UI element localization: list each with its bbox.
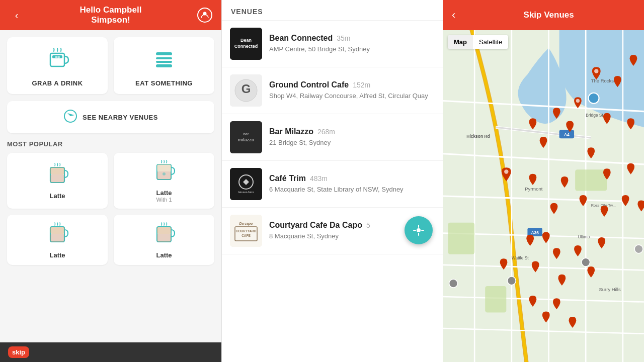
popular-latte-2-sub: With 1 (156, 197, 172, 203)
skip-logo: skip (8, 346, 29, 358)
venues-header: VENUES (222, 0, 443, 21)
venue-dist-bean: 35m (337, 34, 350, 42)
popular-latte-3-name: Latte (49, 251, 65, 259)
svg-text:The Rocks: The Rocks (591, 78, 614, 83)
venue-thumb-ground: G (230, 74, 262, 107)
venue-name-bean: Bean Connected (269, 34, 333, 43)
cup-icon: skip (44, 46, 70, 74)
most-popular-title: MOST POPULAR (7, 140, 214, 148)
skip-logo-text: skip (12, 348, 25, 356)
venue-bean-connected[interactable]: Bean Connected Bean Connected 35m AMP Ce… (222, 21, 443, 67)
svg-text:skip: skip (55, 55, 60, 58)
svg-text:bar: bar (244, 132, 249, 136)
greeting-title: Hello Campbell Simpson! (24, 5, 197, 25)
venue-thumb-capo: Da capo COURTYARD CAFE (230, 215, 262, 247)
svg-point-61 (582, 258, 590, 266)
venue-addr-bean: AMP Centre, 50 Bridge St, Sydney (269, 45, 435, 54)
venue-dist-ground: 152m (353, 81, 370, 89)
popular-latte-2[interactable]: Latte With 1 (114, 153, 214, 209)
left-panel: ‹ Hello Campbell Simpson! (0, 0, 221, 362)
map-header: ‹ Skip Venues (443, 0, 644, 30)
venue-addr-trim: 6 Macquarie St, State Library of NSW, Sy… (269, 185, 435, 194)
skip-footer: skip (0, 342, 221, 362)
svg-point-62 (507, 277, 516, 285)
popular-grid: Latte Latte (7, 153, 214, 265)
svg-text:Surry Hills: Surry Hills (599, 287, 621, 292)
svg-rect-13 (157, 164, 171, 171)
svg-rect-5 (156, 57, 172, 59)
svg-text:Connected: Connected (234, 44, 258, 49)
eat-something-card[interactable]: EAT SOMETHING (114, 37, 214, 94)
venue-ground-control[interactable]: G Ground Control Cafe 152m Shop W4, Rail… (222, 67, 443, 114)
svg-point-39 (417, 228, 421, 232)
venue-addr-milazzo: 21 Bridge St, Sydney (269, 138, 435, 147)
popular-latte-4[interactable]: Latte (114, 215, 214, 265)
svg-text:Ultimo: Ultimo (578, 234, 590, 239)
venue-name-milazzo: Bar Milazzo (269, 127, 313, 136)
svg-point-15 (163, 172, 166, 175)
latte-icon-4 (152, 222, 176, 247)
svg-text:A36: A36 (531, 230, 539, 235)
map-toggle: Map Satellite (448, 35, 508, 49)
svg-text:milazzo: milazzo (238, 137, 255, 142)
action-grid: skip GRAB A DRINK EAT SOMETHING (7, 37, 214, 94)
svg-text:A4: A4 (564, 132, 570, 137)
svg-rect-42 (448, 223, 475, 254)
profile-icon[interactable] (197, 8, 212, 23)
svg-rect-41 (575, 169, 607, 191)
venue-name-ground: Ground Control Cafe (269, 80, 349, 89)
svg-rect-20 (157, 227, 171, 234)
latte-icon-1 (46, 163, 69, 188)
svg-rect-11 (50, 174, 64, 183)
grab-drink-card[interactable]: skip GRAB A DRINK (7, 37, 108, 94)
left-header: ‹ Hello Campbell Simpson! (0, 0, 221, 30)
svg-text:COURTYARD: COURTYARD (236, 229, 257, 233)
venue-dist-trim: 483m (310, 174, 328, 183)
svg-point-57 (588, 93, 599, 104)
map-area: Map Satellite (443, 30, 644, 362)
nearby-icon (63, 109, 77, 125)
popular-latte-1-name: Latte (49, 192, 65, 200)
nearby-label: SEE NEARBY VENUES (83, 114, 158, 121)
left-content: skip GRAB A DRINK EAT SOMETHING (0, 30, 221, 342)
nearby-card[interactable]: SEE NEARBY VENUES (7, 101, 214, 133)
popular-latte-4-name: Latte (156, 251, 172, 259)
svg-point-58 (576, 99, 580, 103)
svg-text:Bridge St: Bridge St (586, 113, 603, 118)
location-fab[interactable] (405, 216, 433, 244)
svg-text:G: G (242, 82, 251, 96)
venue-info-milazzo: Bar Milazzo 268m 21 Bridge St, Sydney (269, 127, 435, 147)
svg-point-60 (634, 245, 643, 253)
svg-text:CAFE: CAFE (242, 234, 251, 237)
venue-dist-milazzo: 268m (317, 128, 335, 136)
map-title: Skip Venues (462, 10, 635, 20)
svg-point-59 (504, 169, 508, 173)
map-back-button[interactable]: ‹ (452, 9, 455, 22)
svg-text:Wattle St: Wattle St (512, 255, 529, 260)
latte-icon-3 (46, 222, 69, 247)
venue-name-capo: Courtyard Cafe Da Capo (269, 221, 362, 230)
svg-rect-21 (157, 234, 171, 242)
venues-title: VENUES (231, 8, 263, 16)
svg-rect-7 (156, 64, 172, 67)
venue-cafe-trim[interactable]: laissez-faire Café Trim 483m 6 Macquarie… (222, 161, 443, 208)
back-button[interactable]: ‹ (9, 10, 24, 21)
map-toggle-satellite[interactable]: Satellite (473, 35, 508, 49)
latte-icon-2 (152, 160, 176, 185)
svg-text:Bean: Bean (240, 38, 252, 43)
eat-something-label: EAT SOMETHING (135, 79, 193, 87)
popular-latte-1[interactable]: Latte (7, 153, 108, 209)
venues-panel: VENUES Bean Connected Bean Connected 35m… (221, 0, 443, 362)
map-svg: The Rocks Pyrmont Ultimo Surry Hills Hic… (443, 30, 644, 362)
venue-info-trim: Café Trim 483m 6 Macquarie St, State Lib… (269, 174, 435, 194)
venue-bar-milazzo[interactable]: bar milazzo Bar Milazzo 268m 21 Bridge S… (222, 114, 443, 161)
greeting-line1: Hello Campbell (80, 5, 142, 15)
map-panel: ‹ Skip Venues Map Satellite (443, 0, 644, 362)
venue-info-ground: Ground Control Cafe 152m Shop W4, Railwa… (269, 80, 435, 101)
svg-rect-10 (50, 167, 64, 174)
venue-thumb-trim: laissez-faire (230, 168, 262, 200)
popular-latte-3[interactable]: Latte (7, 215, 108, 265)
svg-point-56 (594, 69, 598, 73)
svg-text:Da capo: Da capo (239, 222, 253, 226)
map-toggle-map[interactable]: Map (448, 35, 473, 49)
